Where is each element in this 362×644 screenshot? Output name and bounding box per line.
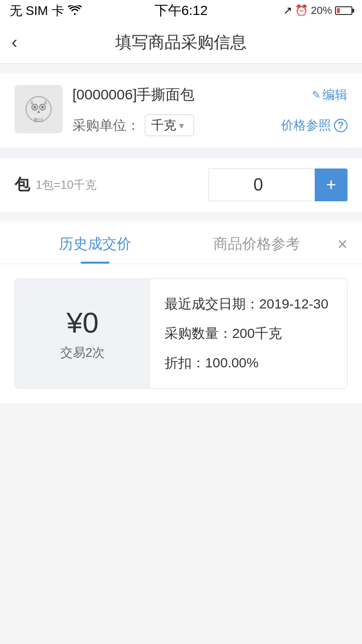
- product-header: 数计 [0000006]手撕面包 ✎ 编辑 采购单位： 千克 ▾: [14, 85, 348, 136]
- quantity-section: 包 1包=10千克 +: [0, 157, 362, 212]
- carrier-label: 无 SIM 卡: [10, 2, 64, 19]
- quantity-plus-button[interactable]: +: [315, 168, 348, 201]
- history-recent-date-row: 最近成交日期：2019-12-30: [165, 294, 333, 315]
- quantity-unit-sub: 1包=10千克: [36, 177, 97, 193]
- nav-bar: ‹ 填写商品采购信息: [0, 21, 362, 64]
- status-bar: 无 SIM 卡 下午6:12 ↗ ⏰ 20%: [0, 0, 362, 21]
- svg-text:数计: 数计: [34, 117, 43, 123]
- tab-history-price[interactable]: 历史成交价: [14, 222, 176, 264]
- product-logo-icon: 数计: [24, 95, 53, 124]
- status-left: 无 SIM 卡: [10, 2, 82, 19]
- svg-marker-5: [37, 110, 40, 113]
- tab-content-history: ¥0 交易2次 最近成交日期：2019-12-30 采购数量：200千克 折扣：…: [0, 264, 362, 403]
- quantity-input-group: +: [209, 168, 348, 201]
- wifi-icon: [68, 3, 82, 18]
- battery-icon-container: [335, 6, 352, 15]
- plus-icon: +: [326, 176, 336, 194]
- history-price-left: ¥0 交易2次: [15, 279, 150, 388]
- edit-button[interactable]: ✎ 编辑: [312, 86, 348, 103]
- history-trade-count: 交易2次: [60, 344, 105, 361]
- unit-label: 采购单位： 千克 ▾: [72, 114, 194, 136]
- svg-point-3: [33, 106, 36, 109]
- quantity-label: 包 1包=10千克: [14, 174, 97, 196]
- quantity-unit-big: 包: [14, 174, 30, 196]
- product-thumbnail: 数计: [14, 85, 63, 133]
- quantity-row: 包 1包=10千克 +: [0, 157, 362, 212]
- section-divider: [0, 148, 362, 157]
- history-price-right: 最近成交日期：2019-12-30 采购数量：200千克 折扣：100.00%: [150, 279, 347, 388]
- svg-point-4: [41, 106, 44, 109]
- history-price-value: ¥0: [67, 306, 99, 339]
- product-card: 数计 [0000006]手撕面包 ✎ 编辑 采购单位： 千克 ▾: [0, 73, 362, 148]
- quantity-input[interactable]: [209, 168, 315, 201]
- tabs-close-button[interactable]: ×: [337, 223, 348, 263]
- unit-select[interactable]: 千克 ▾: [145, 114, 194, 136]
- dropdown-arrow-icon: ▾: [179, 120, 184, 131]
- location-icon: ↗: [283, 4, 292, 17]
- price-reference-button[interactable]: 价格参照 ?: [281, 117, 348, 134]
- status-time: 下午6:12: [154, 1, 208, 20]
- svg-marker-7: [43, 99, 47, 104]
- edit-icon: ✎: [312, 89, 320, 101]
- product-name: [0000006]手撕面包: [72, 85, 195, 105]
- price-ref-help-icon: ?: [334, 119, 348, 132]
- history-price-card: ¥0 交易2次 最近成交日期：2019-12-30 采购数量：200千克 折扣：…: [14, 279, 348, 389]
- history-discount-row: 折扣：100.00%: [165, 352, 333, 374]
- tab-product-price-ref[interactable]: 商品价格参考: [176, 222, 337, 264]
- tabs-container: 历史成交价 商品价格参考 × ¥0 交易2次 最近成交日期：2019-12-30…: [0, 222, 362, 403]
- back-button[interactable]: ‹: [12, 32, 17, 53]
- svg-marker-6: [30, 99, 34, 104]
- alarm-icon: ⏰: [295, 4, 308, 17]
- battery-icon: [335, 6, 352, 15]
- page-title: 填写商品采购信息: [115, 31, 247, 54]
- tabs-header: 历史成交价 商品价格参考 ×: [0, 222, 362, 264]
- status-right: ↗ ⏰ 20%: [283, 4, 352, 17]
- history-purchase-qty-row: 采购数量：200千克: [165, 323, 333, 345]
- product-info: [0000006]手撕面包 ✎ 编辑 采购单位： 千克 ▾ 价格参照: [72, 85, 348, 136]
- battery-percent: 20%: [311, 4, 332, 17]
